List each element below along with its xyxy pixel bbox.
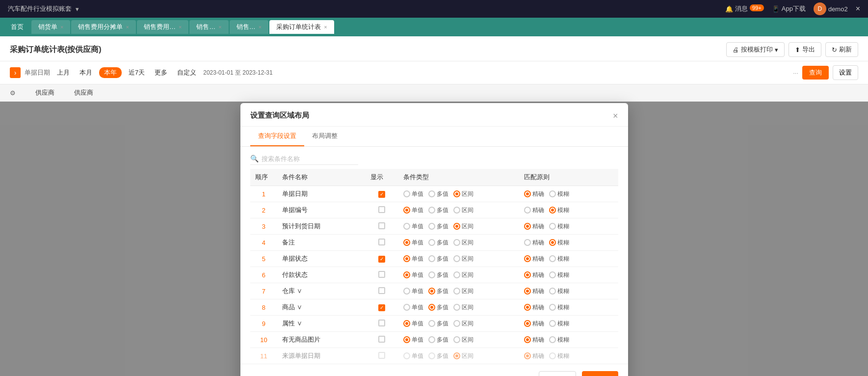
radio-multi[interactable]: 多值 xyxy=(428,303,448,312)
tab-3[interactable]: 销售费用… × xyxy=(137,20,188,34)
radio-range[interactable]: 区间 xyxy=(453,303,473,312)
radio-single[interactable]: 单值 xyxy=(403,320,423,328)
radio-range[interactable]: 区间 xyxy=(453,352,473,360)
refresh-button[interactable]: ↻ 刷新 xyxy=(825,42,858,57)
tab-5[interactable]: 销售… × xyxy=(230,20,268,34)
row-display[interactable] xyxy=(366,316,398,332)
radio-exact[interactable]: 精确 xyxy=(524,206,544,215)
radio-fuzzy[interactable]: 模糊 xyxy=(549,271,569,279)
notification-btn[interactable]: 🔔 消息 99+ xyxy=(725,4,764,13)
radio-single[interactable]: 单值 xyxy=(403,222,423,231)
radio-multi[interactable]: 多值 xyxy=(428,222,448,231)
modal-close-button[interactable]: × xyxy=(613,111,618,120)
tab-purchase-stats[interactable]: 采购订单统计表 × xyxy=(269,20,334,34)
radio-single[interactable]: 单值 xyxy=(403,255,423,263)
radio-single[interactable]: 单值 xyxy=(403,206,423,215)
radio-range[interactable]: 区间 xyxy=(453,206,473,215)
tab-close-5[interactable]: × xyxy=(259,24,262,30)
filter-this-year[interactable]: 本年 xyxy=(99,67,122,78)
radio-single[interactable]: 单值 xyxy=(403,287,423,295)
radio-multi[interactable]: 多值 xyxy=(428,255,448,263)
row-display[interactable] xyxy=(366,202,398,218)
radio-range[interactable]: 区间 xyxy=(453,320,473,328)
radio-multi[interactable]: 多值 xyxy=(428,190,448,198)
row-display[interactable] xyxy=(366,348,398,364)
radio-fuzzy[interactable]: 模糊 xyxy=(549,336,569,344)
radio-multi[interactable]: 多值 xyxy=(428,206,448,215)
radio-fuzzy[interactable]: 模糊 xyxy=(549,222,569,231)
radio-range[interactable]: 区间 xyxy=(453,255,473,263)
row-display[interactable] xyxy=(366,283,398,299)
radio-fuzzy[interactable]: 模糊 xyxy=(549,287,569,295)
radio-multi[interactable]: 多值 xyxy=(428,336,448,344)
radio-fuzzy[interactable]: 模糊 xyxy=(549,352,569,360)
radio-exact[interactable]: 精确 xyxy=(524,239,544,247)
radio-exact[interactable]: 精确 xyxy=(524,287,544,295)
tab-close-sales-order[interactable]: × xyxy=(60,24,63,30)
radio-range[interactable]: 区间 xyxy=(453,287,473,295)
radio-multi[interactable]: 多值 xyxy=(428,287,448,295)
filter-last-7-days[interactable]: 近7天 xyxy=(126,67,148,78)
row-display[interactable]: ✓ xyxy=(366,299,398,316)
radio-fuzzy[interactable]: 模糊 xyxy=(549,206,569,215)
radio-single[interactable]: 单值 xyxy=(403,239,423,247)
table-settings-icon[interactable]: ⚙ xyxy=(10,89,16,97)
radio-exact[interactable]: 精确 xyxy=(524,222,544,231)
radio-exact[interactable]: 精确 xyxy=(524,320,544,328)
window-close-button[interactable]: × xyxy=(856,4,860,13)
filter-more-dots[interactable]: ··· xyxy=(793,69,798,77)
radio-exact[interactable]: 精确 xyxy=(524,271,544,279)
download-btn[interactable]: 📱 App下载 xyxy=(772,4,806,13)
row-display[interactable]: ✓ xyxy=(366,251,398,267)
tab-close-3[interactable]: × xyxy=(179,24,182,30)
radio-multi[interactable]: 多值 xyxy=(428,239,448,247)
radio-single[interactable]: 单值 xyxy=(403,190,423,198)
tab-sales-expense[interactable]: 销售费用分摊单 × xyxy=(71,20,135,34)
radio-fuzzy[interactable]: 模糊 xyxy=(549,239,569,247)
dropdown-icon[interactable]: ▾ xyxy=(76,5,79,13)
tab-home[interactable]: 首页 xyxy=(4,20,30,34)
radio-range[interactable]: 区间 xyxy=(453,336,473,344)
filter-toggle-button[interactable]: › xyxy=(10,67,21,78)
cancel-button[interactable]: 取消 xyxy=(539,371,576,376)
query-button[interactable]: 查询 xyxy=(802,66,829,80)
radio-single[interactable]: 单值 xyxy=(403,271,423,279)
tab-4[interactable]: 销售… × xyxy=(189,20,228,34)
export-button[interactable]: ⬆ 导出 xyxy=(789,42,821,57)
radio-fuzzy[interactable]: 模糊 xyxy=(549,255,569,263)
radio-multi[interactable]: 多值 xyxy=(428,271,448,279)
tab-sales-order[interactable]: 销货单 × xyxy=(31,20,70,34)
radio-single[interactable]: 单值 xyxy=(403,336,423,344)
save-button[interactable]: 保存 xyxy=(582,371,618,376)
print-dropdown-icon[interactable]: ▾ xyxy=(775,46,778,54)
modal-tab-fields[interactable]: 查询字段设置 xyxy=(250,127,304,146)
tab-close-purchase[interactable]: × xyxy=(324,24,327,30)
filter-last-month[interactable]: 上月 xyxy=(54,67,73,78)
radio-single[interactable]: 单值 xyxy=(403,352,423,360)
user-avatar[interactable]: D demo2 xyxy=(814,2,848,15)
radio-range[interactable]: 区间 xyxy=(453,222,473,231)
radio-range[interactable]: 区间 xyxy=(453,271,473,279)
radio-range[interactable]: 区间 xyxy=(453,190,473,198)
row-display[interactable] xyxy=(366,235,398,251)
row-display[interactable]: ✓ xyxy=(366,186,398,202)
filter-more[interactable]: 更多 xyxy=(152,67,170,78)
print-button[interactable]: 🖨 按模板打印 ▾ xyxy=(726,42,785,57)
radio-multi[interactable]: 多值 xyxy=(428,352,448,360)
radio-exact[interactable]: 精确 xyxy=(524,255,544,263)
radio-exact[interactable]: 精确 xyxy=(524,336,544,344)
modal-tab-layout[interactable]: 布局调整 xyxy=(304,127,345,146)
tab-close-sales-expense[interactable]: × xyxy=(126,24,129,30)
search-input[interactable] xyxy=(262,155,350,162)
radio-fuzzy[interactable]: 模糊 xyxy=(549,320,569,328)
row-display[interactable] xyxy=(366,332,398,348)
radio-fuzzy[interactable]: 模糊 xyxy=(549,190,569,198)
filter-this-month[interactable]: 本月 xyxy=(77,67,95,78)
setting-button[interactable]: 设置 xyxy=(833,65,858,80)
radio-exact[interactable]: 精确 xyxy=(524,190,544,198)
radio-range[interactable]: 区间 xyxy=(453,239,473,247)
radio-multi[interactable]: 多值 xyxy=(428,320,448,328)
row-display[interactable] xyxy=(366,267,398,283)
tab-close-4[interactable]: × xyxy=(218,24,221,30)
radio-exact[interactable]: 精确 xyxy=(524,303,544,312)
